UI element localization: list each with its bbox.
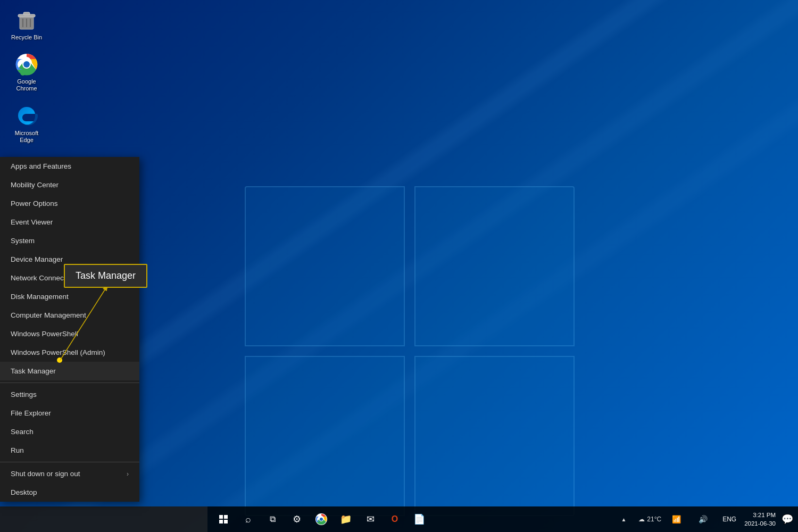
office-icon: O: [392, 514, 398, 524]
microsoft-edge-icon[interactable]: Microsoft Edge: [5, 101, 48, 147]
menu-item-windows-powershell[interactable]: Windows PowerShell: [0, 325, 139, 343]
chevron-up-icon: ▲: [621, 517, 626, 522]
taskbar-start-area: [0, 506, 207, 532]
menu-item-desktop[interactable]: Desktop: [0, 483, 139, 502]
task-manager-indicator-dot: [57, 358, 62, 363]
desktop-windows-logo: [245, 186, 575, 516]
chrome-label: Google Chrome: [9, 78, 45, 92]
menu-item-settings[interactable]: Settings: [0, 385, 139, 404]
taskbar-office-button[interactable]: O: [383, 508, 406, 531]
taskbar-task-view-button[interactable]: ⧉: [261, 508, 284, 531]
menu-item-device-manager[interactable]: Device Manager: [0, 250, 139, 269]
shut-down-arrow-icon: ›: [127, 470, 129, 478]
taskbar-clock[interactable]: 3:21 PM 2021-06-30: [744, 511, 778, 528]
recycle-bin-label: Recycle Bin: [11, 34, 42, 41]
svg-point-8: [23, 61, 30, 68]
google-chrome-icon[interactable]: Google Chrome: [5, 49, 48, 95]
menu-item-search[interactable]: Search: [0, 422, 139, 441]
settings-gear-icon: ⚙: [293, 513, 301, 525]
search-icon: ⌕: [245, 514, 251, 525]
weather-widget[interactable]: ☁ 21°C: [638, 516, 661, 523]
recycle-bin-image: [15, 9, 38, 32]
taskbar: ⌕ ⧉ ⚙: [0, 506, 798, 532]
svg-rect-2: [23, 12, 30, 15]
svg-point-9: [20, 70, 26, 76]
start-windows-logo-icon: [219, 515, 228, 523]
desktop: Recycle Bin Google Chrome: [0, 0, 798, 532]
edge-image: [15, 104, 38, 128]
folder-icon: 📁: [340, 513, 352, 525]
context-menu: Apps and Features Mobility Center Power …: [0, 157, 139, 502]
notepad-icon: 📄: [413, 513, 425, 525]
menu-item-apps-features[interactable]: Apps and Features: [0, 157, 139, 176]
svg-point-14: [320, 518, 323, 521]
mail-icon: ✉: [367, 513, 375, 525]
desktop-icon-area: Recycle Bin Google Chrome: [5, 5, 48, 147]
language-indicator[interactable]: ENG: [718, 508, 741, 531]
menu-item-event-viewer[interactable]: Event Viewer: [0, 213, 139, 231]
menu-item-file-explorer[interactable]: File Explorer: [0, 404, 139, 422]
menu-item-computer-management[interactable]: Computer Management: [0, 306, 139, 325]
task-view-icon: ⧉: [270, 514, 276, 524]
menu-item-powershell-admin[interactable]: Windows PowerShell (Admin): [0, 343, 139, 362]
clock-date: 2021-06-30: [744, 519, 776, 528]
menu-item-system[interactable]: System: [0, 231, 139, 250]
menu-item-disk-management[interactable]: Disk Management: [0, 287, 139, 306]
volume-icon[interactable]: 🔊: [691, 508, 714, 531]
taskbar-settings-button[interactable]: ⚙: [285, 508, 309, 531]
taskbar-search-button[interactable]: ⌕: [236, 508, 260, 531]
chrome-image: [15, 53, 38, 76]
notification-icon: 💬: [782, 513, 793, 525]
menu-item-shut-down[interactable]: Shut down or sign out ›: [0, 464, 139, 483]
taskbar-chrome-button[interactable]: [310, 508, 333, 531]
menu-item-run[interactable]: Run: [0, 441, 139, 460]
taskbar-system-tray: ▲ ☁ 21°C 📶 🔊 ENG 3:21 PM 2021-06-30: [612, 508, 798, 531]
taskbar-notepad-button[interactable]: 📄: [408, 508, 431, 531]
taskbar-explorer-button[interactable]: 📁: [334, 508, 358, 531]
taskbar-start-button[interactable]: [212, 508, 235, 531]
edge-label: Microsoft Edge: [9, 130, 45, 144]
language-label: ENG: [722, 516, 736, 523]
recycle-bin-icon[interactable]: Recycle Bin: [5, 5, 48, 44]
weather-temp: 21°C: [647, 516, 661, 523]
menu-item-mobility-center[interactable]: Mobility Center: [0, 176, 139, 194]
menu-item-task-manager[interactable]: Task Manager: [0, 362, 139, 380]
menu-item-power-options[interactable]: Power Options: [0, 194, 139, 213]
taskbar-mail-button[interactable]: ✉: [359, 508, 382, 531]
chrome-taskbar-icon: [315, 513, 328, 526]
menu-divider-2: [0, 462, 139, 462]
wifi-icon: 📶: [672, 515, 681, 523]
menu-item-network-connections[interactable]: Network Connections: [0, 269, 139, 287]
menu-divider-1: [0, 383, 139, 383]
network-icon[interactable]: 📶: [664, 508, 688, 531]
cloud-icon: ☁: [638, 516, 645, 523]
show-hidden-icons-button[interactable]: ▲: [612, 508, 635, 531]
notification-center-button[interactable]: 💬: [781, 508, 794, 531]
taskbar-app-icons: ⌕ ⧉ ⚙: [207, 508, 612, 531]
speaker-icon: 🔊: [699, 515, 708, 523]
clock-time: 3:21 PM: [753, 511, 776, 519]
